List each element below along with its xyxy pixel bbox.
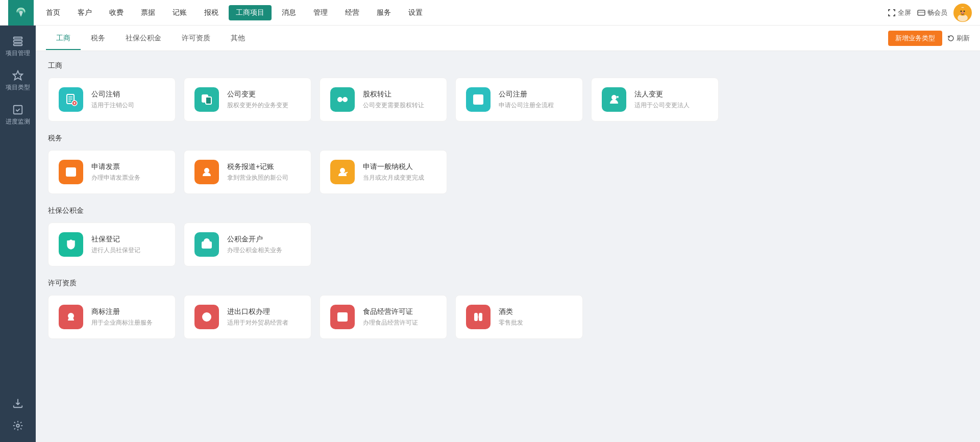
svg-point-29: [206, 244, 208, 246]
nav-accounting[interactable]: 记账: [165, 5, 194, 20]
card-invoice[interactable]: 申请发票 办理申请发票业务: [48, 150, 176, 194]
card-trademark[interactable]: 商标注册 用于企业商标注册服务: [48, 295, 176, 339]
svg-rect-14: [14, 106, 22, 114]
add-type-button[interactable]: 新增业务类型: [888, 31, 942, 46]
card-text-provident: 公积金开户 办理公积金相关业务: [227, 235, 282, 255]
card-legal[interactable]: 法人变更 适用于公司变更法人: [591, 78, 719, 121]
nav-message[interactable]: 消息: [275, 5, 303, 20]
card-title-tax-report: 税务报道+记账: [227, 162, 288, 171]
equity-icon: [330, 87, 355, 112]
card-title-import-export: 进出口权办理: [227, 307, 288, 316]
sidebar-label-progress: 进度监测: [6, 117, 30, 126]
svg-rect-0: [918, 10, 925, 15]
card-text-food: 食品经营许可证 办理食品经营许可证: [363, 307, 418, 327]
sidebar-item-progress[interactable]: 进度监测: [2, 99, 34, 131]
alcohol-icon: [466, 305, 491, 329]
svg-point-26: [205, 168, 209, 173]
nav-settings[interactable]: 设置: [401, 5, 430, 20]
tab-social[interactable]: 社保公积金: [115, 27, 172, 50]
fullscreen-button[interactable]: 全屏: [888, 8, 911, 17]
card-company-cancel[interactable]: 公司注销 适用于注销公司: [48, 78, 176, 121]
app-logo: [8, 0, 34, 26]
tab-license[interactable]: 许可资质: [172, 27, 220, 50]
card-text-social: 社保登记 进行人员社保登记: [91, 235, 140, 255]
cards-grid-business: 公司注销 适用于注销公司 公司变更 股权变更外的业务变更: [48, 78, 968, 121]
card-text-equity: 股权转让 公司变更需要股权转让: [363, 90, 424, 110]
cancel-company-icon: [59, 87, 83, 112]
sidebar-item-project-type[interactable]: 项目类型: [2, 65, 34, 97]
svg-point-27: [340, 168, 345, 173]
nav-operation[interactable]: 经营: [338, 5, 366, 20]
card-desc-social: 进行人员社保登记: [91, 246, 140, 255]
nav-bills[interactable]: 票据: [134, 5, 162, 20]
card-social-insurance[interactable]: 社保登记 进行人员社保登记: [48, 223, 176, 266]
card-taxpayer[interactable]: 申请一般纳税人 当月或次月成变更完成: [320, 150, 447, 194]
card-text-register: 公司注册 申请公司注册全流程: [499, 90, 554, 110]
food-license-icon: [330, 305, 355, 329]
nav-service[interactable]: 服务: [370, 5, 398, 20]
card-text-alcohol: 酒类 零售批发: [499, 307, 523, 327]
sidebar-settings-icon[interactable]: [2, 415, 34, 436]
card-title-register: 公司注册: [499, 90, 554, 99]
fullscreen-label: 全屏: [898, 8, 911, 17]
card-text-import-export: 进出口权办理 适用于对外贸易经营者: [227, 307, 288, 327]
section-title-license: 许可资质: [48, 279, 968, 288]
card-title-invoice: 申请发票: [91, 162, 140, 171]
card-desc-change: 股权变更外的业务变更: [227, 101, 288, 110]
svg-rect-19: [206, 97, 211, 104]
svg-point-8: [964, 10, 965, 12]
card-equity[interactable]: 股权转让 公司变更需要股权转让: [320, 78, 447, 121]
svg-point-20: [338, 97, 342, 102]
page-content: 工商 公司注销 适用于注销公司: [36, 51, 980, 442]
avatar[interactable]: [953, 4, 972, 22]
section-title-social: 社保公积金: [48, 206, 968, 215]
card-alcohol[interactable]: 酒类 零售批发: [455, 295, 583, 339]
card-text-change: 公司变更 股权变更外的业务变更: [227, 90, 288, 110]
svg-point-9: [961, 12, 964, 14]
tab-bar-actions: 新增业务类型 刷新: [888, 31, 970, 46]
nav-manage[interactable]: 管理: [306, 5, 335, 20]
card-desc-cancel: 适用于注销公司: [91, 101, 134, 110]
nav-fees[interactable]: 收费: [102, 5, 131, 20]
cards-grid-tax: 申请发票 办理申请发票业务 税务报道+记账 拿到营业执照的新公司: [48, 150, 968, 194]
svg-rect-11: [14, 40, 22, 42]
card-title-alcohol: 酒类: [499, 307, 523, 316]
card-desc-register: 申请公司注册全流程: [499, 101, 554, 110]
member-label: 畅会员: [927, 8, 947, 17]
refresh-button[interactable]: 刷新: [947, 34, 970, 43]
card-tax-report[interactable]: 税务报道+记账 拿到营业执照的新公司: [184, 150, 311, 194]
card-title-food: 食品经营许可证: [363, 307, 418, 316]
content-area: 工商 税务 社保公积金 许可资质 其他 新增业务类型 刷新 工商: [36, 26, 980, 442]
card-desc-import-export: 适用于对外贸易经营者: [227, 318, 288, 327]
nav-business[interactable]: 工商项目: [229, 5, 272, 20]
card-title-change: 公司变更: [227, 90, 288, 99]
card-food-license[interactable]: 食品经营许可证 办理食品经营许可证: [320, 295, 447, 339]
card-desc-food: 办理食品经营许可证: [363, 318, 418, 327]
card-company-change[interactable]: 公司变更 股权变更外的业务变更: [184, 78, 311, 121]
svg-rect-35: [475, 316, 482, 318]
card-text-taxpayer: 申请一般纳税人 当月或次月成变更完成: [363, 162, 424, 182]
register-icon: [466, 87, 491, 112]
card-import-export[interactable]: 进出口权办理 适用于对外贸易经营者: [184, 295, 311, 339]
invoice-icon: [59, 160, 83, 184]
card-desc-equity: 公司变更需要股权转让: [363, 101, 424, 110]
card-register[interactable]: 公司注册 申请公司注册全流程: [455, 78, 583, 121]
nav-items: 首页 客户 收费 票据 记账 报税 工商项目 消息 管理 经营 服务 设置: [39, 5, 888, 20]
card-desc-tax-report: 拿到营业执照的新公司: [227, 174, 288, 182]
sidebar-bottom: [2, 393, 34, 442]
card-desc-invoice: 办理申请发票业务: [91, 174, 140, 182]
nav-customer[interactable]: 客户: [70, 5, 99, 20]
nav-home[interactable]: 首页: [39, 5, 67, 20]
card-provident[interactable]: 公积金开户 办理公积金相关业务: [184, 223, 311, 266]
member-button[interactable]: 畅会员: [917, 8, 947, 17]
left-sidebar: 项目管理 项目类型 进度监测: [0, 26, 36, 442]
nav-tax[interactable]: 报税: [197, 5, 226, 20]
tab-tax[interactable]: 税务: [81, 27, 115, 50]
tab-other[interactable]: 其他: [220, 27, 255, 50]
tab-business[interactable]: 工商: [46, 27, 81, 50]
import-export-icon: [194, 305, 219, 329]
sidebar-download-icon[interactable]: [2, 393, 34, 413]
sidebar-item-project-manage[interactable]: 项目管理: [2, 31, 34, 63]
main-layout: 项目管理 项目类型 进度监测: [0, 26, 980, 442]
svg-rect-10: [14, 37, 22, 39]
